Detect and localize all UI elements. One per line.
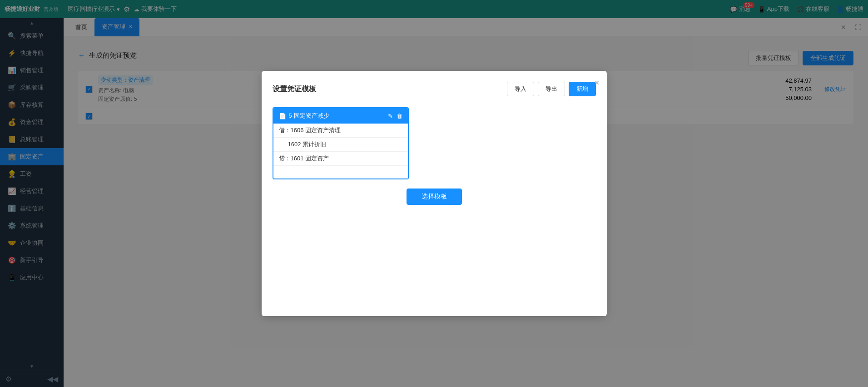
debit-row-1: 借：1606 固定资产清理 [273,124,408,138]
import-btn[interactable]: 导入 [507,82,534,96]
template-card-header: 📄 5-固定资产减少 ✎ 🗑 [273,108,408,124]
template-edit-icon[interactable]: ✎ [388,113,393,119]
content-area: 首页 资产管理 × ✕ ⛶ ← 生成的凭证预览 [64,18,868,387]
modal-header-actions: 导入 导出 新增 [507,82,596,96]
new-btn[interactable]: 新增 [569,82,596,96]
debit-row-2: 1602 累计折旧 [273,138,408,152]
modal-close-btn[interactable]: × [595,78,600,88]
modal-header: 设置凭证模板 导入 导出 新增 [273,82,596,96]
modal-title: 设置凭证模板 [273,84,316,94]
template-delete-icon[interactable]: 🗑 [397,113,402,119]
modal-dialog: 设置凭证模板 导入 导出 新增 × 📄 [262,71,607,316]
select-template-section: 选择模板 [273,189,596,205]
credit-row-1: 贷：1601 固定资产 [273,152,408,166]
template-card: 📄 5-固定资产减少 ✎ 🗑 借：1606 固定资产清理 [273,107,409,179]
template-doc-icon: 📄 [279,113,286,119]
main-body: ▲ 🔍 搜索菜单 ⚡ 快捷导航 📊 销售管理 🛒 采购管理 [0,18,868,387]
template-name: 5-固定资产减少 [289,112,330,120]
template-empty-row [273,166,408,179]
template-card-body: 借：1606 固定资产清理 1602 累计折旧 贷：1601 固定资产 [273,124,408,179]
page-content: ← 生成的凭证预览 批量凭证模板 全部生成凭证 ✓ [64,36,868,387]
select-template-btn[interactable]: 选择模板 [407,189,462,205]
modal-overlay: 设置凭证模板 导入 导出 新增 × 📄 [64,36,868,387]
export-btn[interactable]: 导出 [538,82,565,96]
